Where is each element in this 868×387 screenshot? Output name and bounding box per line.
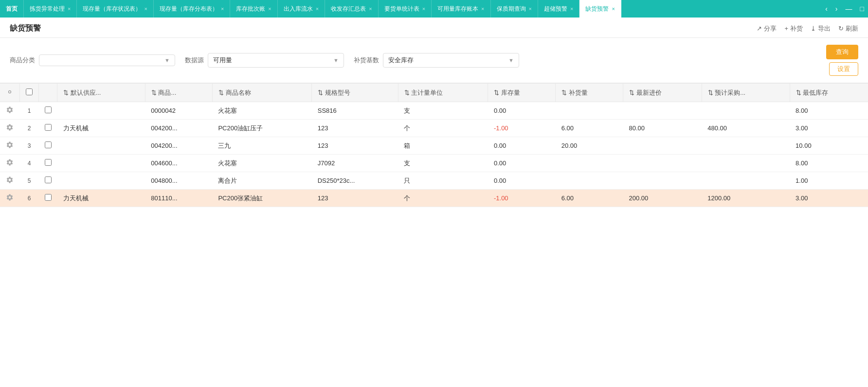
row-replenish-qty <box>556 155 623 172</box>
tab-close-10[interactable]: × <box>570 6 573 12</box>
row-product-name: 火花塞 <box>212 155 311 172</box>
share-action[interactable]: ↗ 分享 <box>757 24 777 33</box>
tab-close-4[interactable]: × <box>268 6 271 12</box>
header-actions: ↗ 分享 + 补货 ⤓ 导出 ↻ 刷新 <box>757 24 858 33</box>
row-select-checkbox[interactable] <box>45 194 52 201</box>
row-select-checkbox[interactable] <box>45 141 52 148</box>
row-default-supplier <box>57 155 145 172</box>
row-product-code: 0000042 <box>145 102 212 120</box>
row-checkbox-col <box>39 172 57 190</box>
tab-11[interactable]: 缺货预警 × <box>579 0 621 18</box>
settings-icon[interactable] <box>6 106 14 114</box>
refresh-action[interactable]: ↻ 刷新 <box>838 24 858 33</box>
select-all-checkbox[interactable] <box>26 88 33 95</box>
tab-10[interactable]: 超储预警 × <box>538 0 579 18</box>
tab-close-2[interactable]: × <box>144 6 147 12</box>
datasource-chevron-icon: ▼ <box>333 57 339 63</box>
tab-close-1[interactable]: × <box>68 6 71 12</box>
row-default-supplier <box>57 172 145 190</box>
row-index: 4 <box>28 160 31 167</box>
export-action[interactable]: ⤓ 导出 <box>811 24 831 33</box>
tab-home[interactable]: 首页 <box>0 0 24 18</box>
row-latest-price: 200.00 <box>623 190 702 207</box>
sort-icon: ⇅ <box>151 89 157 96</box>
tab-next-button[interactable]: › <box>832 0 842 18</box>
row-stock: 0.00 <box>488 137 556 155</box>
row-min-stock: 3.00 <box>790 190 868 207</box>
row-select-checkbox[interactable] <box>45 106 52 113</box>
row-select-checkbox[interactable] <box>45 159 52 166</box>
row-gear-cell <box>0 102 20 120</box>
tab-close-9[interactable]: × <box>529 6 532 12</box>
row-checkbox-col <box>39 120 57 137</box>
gear-icon[interactable] <box>6 88 14 96</box>
settings-icon[interactable] <box>6 176 14 184</box>
row-latest-price: 80.00 <box>623 120 702 137</box>
col-header-index <box>39 84 57 102</box>
settings-button[interactable]: 设置 <box>829 62 858 76</box>
replenish-base-label: 补货基数 <box>354 56 379 65</box>
tab-7[interactable]: 要货单统计表 × <box>379 0 432 18</box>
col-header-est-purchase: ⇅ 预计采购... <box>702 84 790 102</box>
tab-4[interactable]: 库存批次账 × <box>230 0 277 18</box>
row-select-checkbox[interactable] <box>45 176 52 183</box>
tab-5[interactable]: 出入库流水 × <box>278 0 325 18</box>
category-label: 商品分类 <box>10 56 35 65</box>
row-index: 5 <box>28 177 31 184</box>
query-button[interactable]: 查询 <box>826 45 858 59</box>
tab-close-5[interactable]: × <box>316 6 319 12</box>
tab-prev-button[interactable]: ‹ <box>821 0 832 18</box>
row-select-checkbox[interactable] <box>45 124 52 131</box>
tab-1[interactable]: 拣货异常处理 × <box>24 0 77 18</box>
datasource-select[interactable]: 可用量 ▼ <box>208 53 344 68</box>
row-stock: 0.00 <box>488 102 556 120</box>
tab-minimize-button[interactable]: — <box>842 0 856 18</box>
col-header-min-stock: ⇅ 最低库存 <box>790 84 868 102</box>
settings-icon[interactable] <box>6 194 14 201</box>
row-stock: 0.00 <box>488 172 556 190</box>
settings-icon[interactable] <box>6 123 14 131</box>
row-product-name: 火花塞 <box>212 102 311 120</box>
filter-group-datasource: 数据源 可用量 ▼ <box>185 53 344 68</box>
sort-icon: ⇅ <box>494 89 499 96</box>
page-header: 缺货预警 ↗ 分享 + 补货 ⤓ 导出 ↻ 刷新 <box>0 18 868 38</box>
tab-9[interactable]: 保质期查询 × <box>491 0 538 18</box>
col-header-spec: ⇅ 规格型号 <box>312 84 398 102</box>
row-checkbox-cell: 5 <box>20 172 39 190</box>
tab-close-7[interactable]: × <box>422 6 425 12</box>
replenish-action[interactable]: + 补货 <box>784 24 803 33</box>
row-default-supplier: 力天机械 <box>57 190 145 207</box>
tab-6[interactable]: 收发存汇总表 × <box>325 0 378 18</box>
row-product-code: 004800... <box>145 172 212 190</box>
tab-nav-actions: ‹ › — □ <box>821 0 868 18</box>
row-index: 3 <box>28 142 31 149</box>
settings-icon[interactable] <box>6 158 14 166</box>
replenish-base-select[interactable]: 安全库存 ▼ <box>383 53 519 68</box>
tab-8[interactable]: 可用量库存账本 × <box>432 0 490 18</box>
tab-close-11[interactable]: × <box>612 6 615 12</box>
row-checkbox-col <box>39 137 57 155</box>
table-row: 3 004200... 三九 123 箱 0.00 20.00 10.00 <box>0 137 868 155</box>
table-row: 1 0000042 火花塞 SS816 支 0.00 8.00 <box>0 102 868 120</box>
sort-icon: ⇅ <box>218 89 224 96</box>
table-row: 5 004800... 离合片 DS250*23c... 只 0.00 1.00 <box>0 172 868 190</box>
tab-2[interactable]: 现存量（库存状况表） × <box>77 0 153 18</box>
tab-3[interactable]: 现存量（库存分布表） × <box>154 0 230 18</box>
tab-close-3[interactable]: × <box>221 6 224 12</box>
row-replenish-qty: 6.00 <box>556 120 623 137</box>
filter-area: 商品分类 ▼ 数据源 可用量 ▼ 补货基数 安全库存 ▼ 查询 设置 <box>0 38 868 83</box>
col-header-product-name: ⇅ 商品名称 <box>212 84 311 102</box>
tab-maximize-button[interactable]: □ <box>856 0 868 18</box>
tab-close-6[interactable]: × <box>369 6 372 12</box>
row-gear-cell <box>0 120 20 137</box>
row-replenish-qty <box>556 172 623 190</box>
datasource-label: 数据源 <box>185 56 204 65</box>
row-min-stock: 3.00 <box>790 120 868 137</box>
row-checkbox-cell: 6 <box>20 190 39 207</box>
category-select[interactable]: ▼ <box>39 54 175 66</box>
row-latest-price <box>623 155 702 172</box>
row-gear-cell <box>0 190 20 207</box>
settings-icon[interactable] <box>6 141 14 149</box>
tab-close-8[interactable]: × <box>481 6 484 12</box>
sort-icon: ⇅ <box>318 89 323 96</box>
